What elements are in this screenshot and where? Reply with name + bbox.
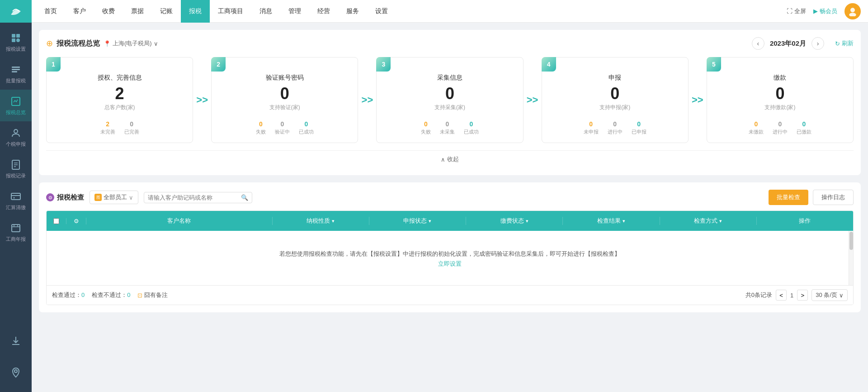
avatar[interactable] <box>844 3 861 19</box>
batch-check-btn[interactable]: 批量检查 <box>769 190 808 205</box>
nav-item-service[interactable]: 服务 <box>338 0 367 23</box>
sidebar-item-settlement[interactable]: 汇算清缴 <box>0 185 32 216</box>
svg-point-17 <box>14 197 15 199</box>
sidebar-item-personal-tax[interactable]: 个税申报 <box>0 121 32 153</box>
step-3-sub-1: 0 未采集 <box>440 120 455 135</box>
step-5-sub-0-num: 0 <box>755 120 758 128</box>
has-note: ⊡ 囧有备注 <box>137 291 168 299</box>
refresh-btn[interactable]: ↻ 刷新 <box>835 39 854 48</box>
nav-item-operation[interactable]: 经营 <box>309 0 338 23</box>
filter-dropdown-icon: ∨ <box>129 194 133 201</box>
step-3-sub-2: 0 已成功 <box>464 120 479 135</box>
pass-num[interactable]: 0 <box>81 292 85 298</box>
table-scrollbar[interactable] <box>849 231 853 285</box>
sidebar-item-download[interactable] <box>0 325 32 357</box>
th-check-result: 检查结果 ▾ <box>563 217 660 225</box>
sidebar-item-annual-report[interactable]: 工商年报 <box>0 216 32 248</box>
nav-item-fee[interactable]: 收费 <box>94 0 123 23</box>
th-checkbox <box>47 218 66 224</box>
per-page-select[interactable]: 30 条/页 ∨ <box>811 289 848 301</box>
th-check-method: 检查方式 ▾ <box>660 217 757 225</box>
current-page: 1 <box>790 292 793 299</box>
step-1: 1 授权、完善信息 2 总客户数(家) 2 未完善 0 已完善 <box>46 57 193 143</box>
nav-item-client[interactable]: 客户 <box>65 0 94 23</box>
step-3-sub-2-label: 已成功 <box>464 129 479 135</box>
step-1-sub-1-num: 0 <box>130 120 133 128</box>
th-name: 客户名称 <box>86 217 273 225</box>
setup-link[interactable]: 立即设置 <box>438 260 462 268</box>
location-icon <box>9 366 22 379</box>
step-2-sub-0: 0 失败 <box>256 120 266 135</box>
step-1-title: 授权、完善信息 <box>98 74 142 82</box>
first-page-btn[interactable]: < <box>776 290 787 301</box>
svg-rect-3 <box>16 34 20 38</box>
search-icon[interactable]: 🔍 <box>241 194 248 201</box>
step-1-subs: 2 未完善 0 已完善 <box>100 120 139 135</box>
month-text: 2023年02月 <box>770 39 806 48</box>
staff-filter-btn[interactable]: 图 全部员工 ∨ <box>90 191 138 204</box>
step-4-count: 0 <box>610 86 619 102</box>
vip-btn[interactable]: ▶ 畅会员 <box>813 7 837 15</box>
arrow-1: >> <box>193 57 211 143</box>
top-nav: 首页 客户 收费 票据 记账 报税 工商项目 消息 管理 经营 服务 设置 ⛶ … <box>0 0 868 23</box>
step-2-sub-1-label: 验证中 <box>275 129 290 135</box>
step-5-sub-0-label: 未缴款 <box>749 129 764 135</box>
operation-log-btn[interactable]: 操作日志 <box>813 190 854 205</box>
svg-rect-15 <box>11 193 20 200</box>
section-header: ⊙ 报税检查 图 全部员工 ∨ 🔍 批量检查 操作日志 <box>46 190 854 205</box>
fullscreen-btn[interactable]: ⛶ 全屏 <box>787 7 806 15</box>
next-page-btn[interactable]: > <box>797 290 808 301</box>
sidebar-item-tax-settings[interactable]: 报税设置 <box>0 26 32 58</box>
step-4-title: 申报 <box>609 74 621 82</box>
nav-item-settings[interactable]: 设置 <box>367 0 396 23</box>
step-3-sub-1-label: 未采集 <box>440 129 455 135</box>
step-5-num: 5 <box>707 57 721 72</box>
step-5-subs: 0 未缴款 0 进行中 0 已缴款 <box>749 120 811 135</box>
note-icon: ⊡ <box>137 292 142 299</box>
nav-item-accounting[interactable]: 记账 <box>152 0 181 23</box>
svg-rect-2 <box>12 34 15 38</box>
step-3-sub-1-num: 0 <box>446 120 449 128</box>
svg-rect-18 <box>12 225 20 232</box>
sidebar-item-tax-overview[interactable]: 报税总览 <box>0 90 32 121</box>
sidebar-item-batch-tax[interactable]: 批量报税 <box>0 58 32 90</box>
step-5-sub-2-label: 已缴款 <box>797 129 811 135</box>
step-4-sub-2-num: 0 <box>637 120 641 128</box>
filter-icon-3[interactable]: ▾ <box>526 218 528 224</box>
step-3-label: 支持采集(家) <box>434 104 465 111</box>
nav-item-invoice[interactable]: 票据 <box>123 0 152 23</box>
sidebar-item-tax-record[interactable]: 报税记录 <box>0 153 32 185</box>
sidebar-item-location[interactable] <box>0 357 32 388</box>
next-month-btn[interactable]: › <box>811 37 824 50</box>
location-tag[interactable]: 📍 上海(电子税局) ∨ <box>104 39 158 48</box>
step-1-count: 2 <box>115 86 124 102</box>
tax-overview-icon <box>9 95 22 108</box>
gear-icon[interactable]: ⚙ <box>74 218 79 225</box>
filter-icon-4[interactable]: ▾ <box>623 218 625 224</box>
nav-item-message[interactable]: 消息 <box>251 0 280 23</box>
step-4-sub-1-label: 进行中 <box>608 129 623 135</box>
tax-settings-icon <box>9 32 22 44</box>
nav-item-tax[interactable]: 报税 <box>181 0 210 23</box>
search-input[interactable] <box>148 194 241 201</box>
prev-month-btn[interactable]: ‹ <box>752 37 764 50</box>
fail-num[interactable]: 0 <box>127 292 130 298</box>
nav-item-manage[interactable]: 管理 <box>280 0 309 23</box>
total-records: 共0条记录 <box>745 291 772 299</box>
check-table: ⚙ 客户名称 纳税性质 ▾ 申报状态 ▾ 缴费状态 ▾ <box>46 210 854 305</box>
refresh-icon: ↻ <box>835 40 840 47</box>
download-icon <box>9 335 22 347</box>
select-all-checkbox[interactable] <box>53 218 59 224</box>
step-3-sub-2-num: 0 <box>470 120 473 128</box>
collapse-up-icon: ∧ <box>441 156 445 163</box>
collapse-btn[interactable]: ∧ 收起 <box>46 151 854 168</box>
nav-item-home[interactable]: 首页 <box>36 0 65 23</box>
nav-item-bizproject[interactable]: 工商项目 <box>210 0 251 23</box>
logo <box>0 0 32 23</box>
settlement-icon <box>9 190 22 203</box>
filter-icon-1[interactable]: ▾ <box>332 218 335 224</box>
filter-icon-2[interactable]: ▾ <box>429 218 431 224</box>
filter-icon-5[interactable]: ▾ <box>719 218 722 224</box>
step-5-title: 缴款 <box>774 74 786 82</box>
step-4-sub-2: 0 已申报 <box>632 120 646 135</box>
